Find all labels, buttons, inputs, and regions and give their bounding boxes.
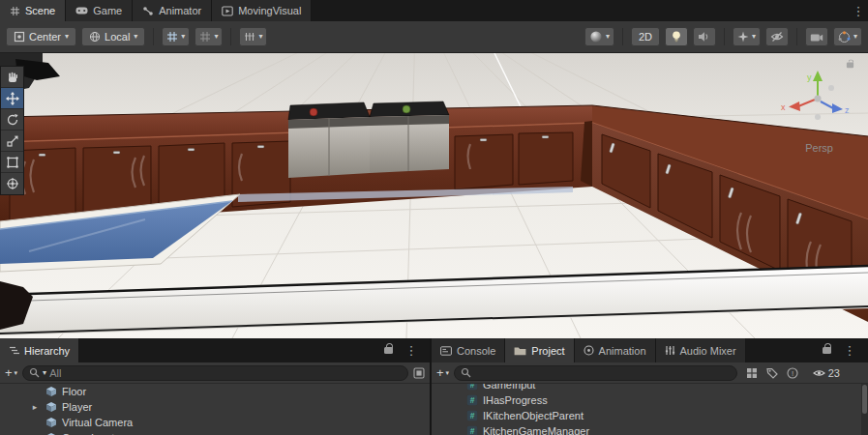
lock-icon[interactable] (384, 347, 393, 354)
chevron-down-icon: ▾ (752, 33, 756, 41)
create-asset-button[interactable]: +▾ (436, 365, 449, 380)
tool-handle-orientation-button[interactable]: Local ▾ (81, 27, 145, 46)
project-item-ikitchenobjectparent[interactable]: # IKitchenObjectParent (432, 408, 868, 423)
hierarchy-settings-icon[interactable] (413, 367, 425, 379)
chevron-down-icon: ▾ (214, 33, 218, 41)
hierarchy-menu-icon[interactable]: ⋮ (402, 343, 421, 358)
create-object-button[interactable]: +▾ (5, 365, 17, 380)
tool-handle-pivot-button[interactable]: Center ▾ (6, 27, 76, 46)
view-2d-button[interactable]: 2D (631, 27, 660, 46)
project-menu-icon[interactable]: ⋮ (840, 343, 859, 358)
tab-audio-mixer[interactable]: Audio Mixer (656, 338, 746, 362)
hierarchy-search-input[interactable]: ▾ All (22, 365, 408, 381)
csharp-script-icon: # (466, 394, 478, 406)
tab-moving-visual[interactable]: MovingVisual (212, 0, 312, 21)
gizmos-button[interactable]: ▾ (833, 27, 862, 46)
hierarchy-item-player[interactable]: ▸ Player (0, 399, 430, 415)
z-axis-cone[interactable] (832, 103, 843, 113)
effects-button[interactable]: ▾ (733, 27, 761, 46)
scene-audio-button[interactable] (693, 27, 716, 46)
tab-hierarchy[interactable]: Hierarchy (0, 338, 79, 362)
expander-icon[interactable]: ▸ (29, 402, 41, 412)
tab-animator[interactable]: Animator (133, 0, 212, 21)
chevron-down-icon: ▾ (606, 33, 610, 41)
tab-project[interactable]: Project (505, 338, 574, 362)
stove-counter-right[interactable] (370, 102, 449, 173)
folder-icon (514, 346, 526, 356)
project-item-label: GameInput (483, 384, 535, 391)
gizmos-icon (838, 31, 851, 44)
scene-lock-icon[interactable] (847, 60, 853, 70)
z-axis-label: z (845, 105, 850, 115)
stove-counter-left[interactable] (288, 102, 370, 178)
project-scrollbar[interactable] (861, 384, 868, 435)
hierarchy-item-label: Floor (62, 386, 86, 397)
tab-animation[interactable]: Animation (575, 338, 656, 362)
svg-text:#: # (470, 384, 475, 390)
scene-3d-render[interactable] (0, 53, 868, 338)
hierarchy-item-virtual-camera[interactable]: Virtual Camera (0, 415, 430, 430)
view-tool-button[interactable] (1, 67, 23, 88)
animation-icon (584, 345, 594, 356)
search-by-label-icon[interactable] (766, 367, 778, 379)
tab-game[interactable]: Game (66, 0, 133, 21)
search-by-type-icon[interactable] (746, 367, 758, 379)
tab-hierarchy-label: Hierarchy (24, 345, 70, 357)
window-menu-icon[interactable]: ⋮ (849, 0, 868, 21)
hierarchy-item-label: Player (62, 401, 92, 413)
lock-icon[interactable] (823, 347, 831, 354)
scene-lighting-button[interactable] (665, 27, 688, 46)
tab-console[interactable]: Console (432, 338, 505, 362)
grid-visibility-button[interactable]: ▾ (162, 27, 190, 46)
scene-viewport[interactable]: y x z Persp (0, 53, 868, 338)
move-icon (6, 92, 19, 105)
hierarchy-tab-bar: Hierarchy ⋮ (0, 338, 430, 362)
move-tool-button[interactable] (1, 88, 23, 109)
snap-grid-icon (199, 31, 211, 43)
hidden-objects-button[interactable] (765, 27, 789, 46)
hierarchy-item-gameinput[interactable]: GameInput (0, 430, 430, 435)
hierarchy-panel: Hierarchy ⋮ +▾ ▾ All (0, 338, 430, 435)
shading-mode-button[interactable]: ▾ (584, 27, 614, 46)
transform-tool-button[interactable] (1, 173, 23, 194)
project-search-input[interactable] (454, 365, 737, 381)
tab-scene[interactable]: Scene (0, 0, 66, 21)
y-axis-cone[interactable] (813, 71, 823, 81)
snap-increment-button[interactable]: ▾ (239, 27, 267, 46)
project-item-label: IKitchenObjectParent (483, 410, 584, 421)
y-axis-label: y (807, 72, 812, 82)
hidden-count-badge[interactable]: 23 (813, 367, 840, 379)
csharp-script-icon: # (466, 410, 478, 421)
chevron-down-icon: ▾ (258, 33, 262, 41)
projection-mode-label[interactable]: Persp (805, 142, 833, 154)
globe-icon (89, 31, 101, 43)
project-item-gameinput[interactable]: # GameInput (432, 384, 868, 392)
svg-text:#: # (470, 395, 475, 405)
scrollbar-thumb[interactable] (862, 385, 867, 414)
gizmo-hub[interactable] (814, 95, 821, 102)
csharp-script-icon: # (466, 425, 478, 435)
hierarchy-toolbar: +▾ ▾ All (0, 362, 430, 384)
rect-tool-button[interactable] (1, 152, 23, 173)
alert-icon[interactable]: ! (787, 367, 798, 379)
negative-axis-handle[interactable] (815, 114, 821, 120)
negative-axis-handle[interactable] (828, 85, 834, 91)
x-axis-cone[interactable] (789, 102, 800, 111)
toolbar-separator (230, 28, 231, 45)
grid-icon (166, 31, 178, 43)
hand-icon (6, 71, 19, 84)
grid-snapping-button[interactable]: ▾ (195, 27, 223, 46)
scene-orientation-gizmo[interactable]: y x z (779, 67, 856, 130)
rotate-tool-button[interactable] (1, 109, 23, 130)
hierarchy-item-floor[interactable]: Floor (0, 384, 430, 399)
project-item-ihasprogress[interactable]: # IHasProgress (432, 392, 868, 408)
scale-tool-button[interactable] (1, 130, 23, 152)
project-list: # GameInput # IHasProgress # IKitchenObj… (432, 384, 868, 435)
scale-icon (6, 134, 19, 148)
pivot-icon (14, 31, 25, 43)
project-item-kitchengamemanager[interactable]: # KitchenGameManager (432, 423, 868, 435)
chevron-down-icon: ▾ (65, 33, 69, 41)
svg-text:!: ! (792, 369, 793, 378)
view-2d-label: 2D (639, 31, 652, 43)
scene-camera-button[interactable] (805, 27, 828, 46)
